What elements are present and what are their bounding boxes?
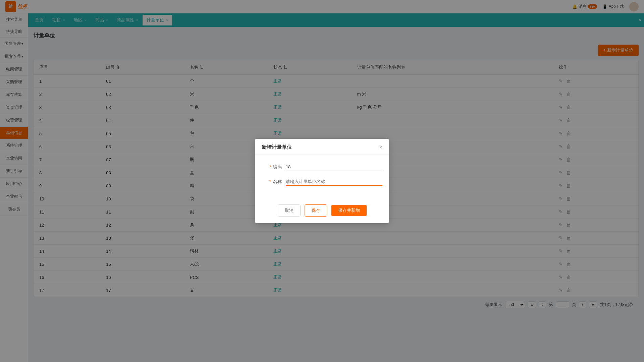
code-input[interactable]	[286, 163, 382, 171]
code-label: * 编码	[262, 164, 282, 170]
save-and-new-button[interactable]: 保存并新增	[331, 205, 367, 216]
code-required: *	[269, 164, 271, 169]
modal-title: 新增计量单位	[262, 144, 292, 150]
add-unit-modal: 新增计量单位 × * 编码 * 名称 取消 保存 保存并新增	[255, 139, 389, 223]
name-required: *	[269, 179, 271, 184]
name-input[interactable]	[286, 178, 382, 186]
save-button[interactable]: 保存	[305, 204, 327, 217]
form-row-code: * 编码	[262, 163, 382, 171]
name-label: * 名称	[262, 179, 282, 185]
modal-header: 新增计量单位 ×	[255, 139, 389, 155]
form-row-name: * 名称	[262, 178, 382, 186]
modal-footer: 取消 保存 保存并新增	[255, 200, 389, 223]
modal-close-button[interactable]: ×	[379, 144, 382, 150]
modal-body: * 编码 * 名称	[255, 155, 389, 200]
code-label-text: 编码	[273, 164, 282, 169]
modal-overlay[interactable]: 新增计量单位 × * 编码 * 名称 取消 保存 保存并新增	[0, 0, 644, 362]
cancel-button[interactable]: 取消	[278, 204, 301, 217]
name-label-text: 名称	[273, 179, 282, 184]
